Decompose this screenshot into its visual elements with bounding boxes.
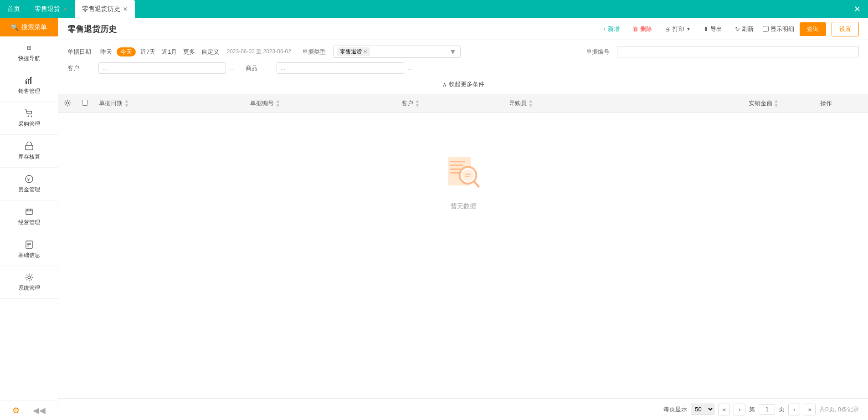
tab-home[interactable]: 首页 bbox=[0, 0, 27, 18]
doc-type-filter: 单据类型 零售退货 ✕ ▼ bbox=[302, 46, 575, 58]
th-doc-no[interactable]: 单据编号 ▲▼ bbox=[245, 94, 396, 113]
print-button[interactable]: 🖨 打印 ▼ bbox=[661, 23, 694, 35]
export-button[interactable]: ⬆ 导出 bbox=[700, 23, 726, 35]
doc-type-select[interactable]: 零售退货 ✕ ▼ bbox=[333, 46, 461, 58]
sidebar-bottom: ⚙ ◀◀ bbox=[0, 400, 58, 420]
data-table: 单据日期 ▲▼ 单据编号 ▲▼ 客户 bbox=[58, 94, 868, 247]
doc-no-label: 单据编号 bbox=[586, 48, 613, 56]
print-dropdown-icon: ▼ bbox=[686, 26, 691, 31]
close-window-icon[interactable]: ✕ bbox=[854, 4, 861, 14]
customer-ellipsis[interactable]: ... bbox=[230, 65, 235, 72]
date-opt-today[interactable]: 今天 bbox=[117, 47, 136, 56]
refresh-icon: ↻ bbox=[735, 26, 740, 32]
delete-button[interactable]: 🗑 删除 bbox=[629, 23, 656, 35]
sidebar-item-sales-mgmt[interactable]: 销售管理 bbox=[0, 69, 58, 102]
date-sort-icon: ▲▼ bbox=[124, 99, 129, 108]
filter-area: 单据日期 昨天 今天 近7天 近1月 更多 自定义 2023-06-02 至 2… bbox=[58, 40, 868, 94]
basic-info-icon bbox=[24, 240, 34, 250]
date-opt-custom[interactable]: 自定义 bbox=[200, 47, 221, 56]
first-page-button[interactable]: « bbox=[718, 404, 730, 415]
date-opt-last7[interactable]: 近7天 bbox=[139, 47, 157, 56]
amount-sort-icon: ▲▼ bbox=[774, 99, 779, 108]
date-opt-yesterday[interactable]: 昨天 bbox=[98, 47, 114, 56]
doc-type-tag-close[interactable]: ✕ bbox=[363, 49, 367, 55]
settings-bottom-icon[interactable]: ⚙ bbox=[12, 405, 20, 415]
quick-nav-icon: ⊞ bbox=[24, 43, 34, 53]
query-button[interactable]: 查询 bbox=[800, 22, 826, 36]
operations-icon bbox=[24, 207, 34, 217]
last-page-button[interactable]: » bbox=[804, 404, 816, 415]
goods-input[interactable] bbox=[277, 62, 404, 74]
sidebar-item-operations[interactable]: 经营管理 bbox=[0, 200, 58, 233]
refresh-button[interactable]: ↻ 刷新 bbox=[731, 23, 757, 35]
next-page-button[interactable]: › bbox=[788, 404, 800, 415]
page-header: 零售退货历史 + 新增 🗑 删除 🖨 打印 ▼ ⬆ 导出 ↻ 刷新 bbox=[58, 18, 868, 40]
th-checkbox[interactable] bbox=[77, 94, 93, 113]
sidebar-item-inventory[interactable]: 库存核算 bbox=[0, 135, 58, 168]
customer-label: 客户 bbox=[67, 64, 95, 72]
date-opt-last1m[interactable]: 近1月 bbox=[160, 47, 179, 56]
svg-point-4 bbox=[31, 116, 32, 117]
svg-point-24 bbox=[462, 169, 473, 181]
tab-retail-return-history[interactable]: 零售退货历史 ✕ bbox=[75, 0, 135, 18]
page-number-input[interactable] bbox=[759, 404, 775, 415]
svg-rect-27 bbox=[465, 176, 469, 177]
svg-point-3 bbox=[27, 116, 29, 117]
select-all-checkbox[interactable] bbox=[82, 100, 88, 106]
tab-retail-return-history-close[interactable]: ✕ bbox=[123, 6, 128, 12]
th-guide[interactable]: 导购员 ▲▼ bbox=[503, 94, 633, 113]
date-range: 2023-06-02 至 2023-06-02 bbox=[226, 48, 291, 56]
sidebar-item-basic-info[interactable]: 基础信息 bbox=[0, 233, 58, 266]
svg-rect-5 bbox=[26, 145, 33, 150]
prev-page-button[interactable]: ‹ bbox=[734, 404, 745, 415]
th-setting[interactable] bbox=[58, 94, 77, 113]
th-amount[interactable]: 实销金额 ▲▼ bbox=[633, 94, 784, 113]
svg-rect-21 bbox=[450, 169, 461, 170]
tab-retail-return[interactable]: 零售退货 ✕ bbox=[27, 0, 75, 18]
page-title: 零售退货历史 bbox=[67, 24, 599, 35]
guide-sort-icon: ▲▼ bbox=[529, 99, 533, 108]
customer-input[interactable] bbox=[98, 62, 226, 74]
display-detail-option: 显示明细 bbox=[763, 25, 794, 33]
tab-retail-return-close[interactable]: ✕ bbox=[63, 6, 67, 12]
system-icon bbox=[24, 272, 34, 282]
sidebar-item-system[interactable]: 系统管理 bbox=[0, 266, 58, 299]
goods-ellipsis[interactable]: ... bbox=[408, 65, 413, 72]
filter-row-1: 单据日期 昨天 今天 近7天 近1月 更多 自定义 2023-06-02 至 2… bbox=[67, 46, 859, 58]
volume-icon[interactable]: ◀◀ bbox=[33, 405, 46, 415]
page-size-label: 每页显示 bbox=[663, 405, 687, 414]
display-detail-checkbox[interactable] bbox=[763, 26, 769, 32]
svg-text:¥: ¥ bbox=[27, 177, 30, 182]
page-size-select[interactable]: 50 100 200 bbox=[691, 404, 714, 415]
new-button[interactable]: + 新增 bbox=[599, 23, 623, 35]
settings-button[interactable]: 设置 bbox=[832, 22, 859, 36]
date-label: 单据日期 bbox=[67, 48, 95, 56]
sidebar-item-purchase-mgmt[interactable]: 采购管理 bbox=[0, 102, 58, 135]
doc-no-filter: 单据编号 bbox=[586, 46, 859, 57]
date-filter: 单据日期 昨天 今天 近7天 近1月 更多 自定义 2023-06-02 至 2… bbox=[67, 47, 291, 56]
docno-sort-icon: ▲▼ bbox=[276, 99, 280, 108]
date-options: 昨天 今天 近7天 近1月 更多 自定义 bbox=[98, 47, 221, 56]
customer-sort-icon: ▲▼ bbox=[415, 99, 420, 108]
sidebar-item-finance[interactable]: ¥ 资金管理 bbox=[0, 168, 58, 200]
doc-type-tag: 零售退货 ✕ bbox=[337, 47, 370, 56]
collapse-button[interactable]: ∧ 收起更多条件 bbox=[442, 80, 484, 88]
date-opt-more[interactable]: 更多 bbox=[181, 47, 197, 56]
finance-icon: ¥ bbox=[24, 174, 34, 184]
svg-rect-19 bbox=[450, 161, 465, 162]
filter-row-2: 客户 ... 商品 ... bbox=[67, 62, 859, 74]
goods-label: 商品 bbox=[246, 64, 273, 72]
goods-filter: 商品 ... bbox=[246, 62, 859, 74]
sales-icon bbox=[24, 76, 34, 86]
sidebar-search[interactable]: 🔍 搜索菜单 bbox=[0, 18, 58, 36]
th-date[interactable]: 单据日期 ▲▼ bbox=[93, 94, 245, 113]
print-icon: 🖨 bbox=[665, 26, 671, 32]
svg-line-25 bbox=[474, 181, 478, 187]
svg-rect-8 bbox=[26, 209, 32, 215]
empty-illustration bbox=[441, 149, 486, 195]
svg-point-17 bbox=[67, 102, 69, 104]
search-icon: 🔍 bbox=[11, 24, 19, 31]
sidebar-item-quick-nav[interactable]: ⊞ 快捷导航 bbox=[0, 36, 58, 69]
doc-no-input[interactable] bbox=[617, 46, 859, 57]
th-customer[interactable]: 客户 ▲▼ bbox=[396, 94, 503, 113]
